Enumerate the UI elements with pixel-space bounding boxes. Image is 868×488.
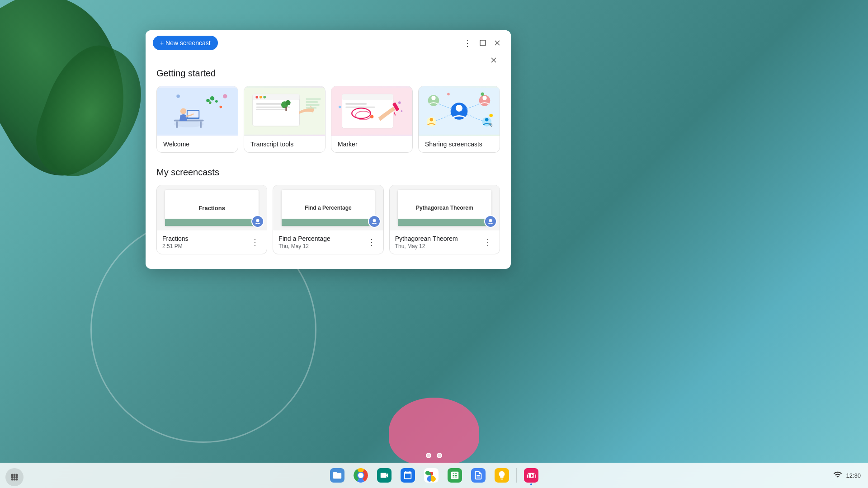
svg-point-44 — [370, 115, 374, 118]
taskbar-keep[interactable] — [491, 465, 513, 486]
find-percentage-slide-title: Find a Percentage — [303, 203, 353, 213]
system-tray: 12:30 — [826, 463, 868, 488]
svg-point-13 — [206, 99, 210, 103]
svg-point-19 — [223, 94, 227, 98]
fractions-title: Fractions — [162, 235, 189, 242]
svg-point-75 — [11, 479, 14, 481]
taskbar-screencast[interactable] — [520, 465, 542, 486]
svg-point-25 — [263, 96, 266, 99]
welcome-label: Welcome — [157, 136, 238, 152]
find-percentage-info: Find a Percentage Thu, May 12 ⋮ — [273, 230, 383, 254]
svg-rect-40 — [345, 107, 375, 108]
marker-card[interactable]: Marker — [331, 86, 413, 153]
svg-point-73 — [14, 476, 16, 479]
fractions-menu-button[interactable]: ⋮ — [249, 236, 261, 249]
maximize-button[interactable] — [476, 37, 489, 49]
find-percentage-thumbnail: Find a Percentage — [273, 185, 383, 230]
svg-rect-34 — [306, 104, 320, 106]
pythagorean-avatar — [484, 215, 497, 228]
svg-point-68 — [489, 219, 492, 222]
more-menu-button[interactable]: ⋮ — [460, 36, 475, 50]
svg-point-69 — [11, 474, 14, 476]
pythagorean-slide: Pythagorean Theorem — [398, 190, 491, 226]
sharing-screencasts-label: Sharing screencasts — [419, 136, 500, 152]
taskbar-sheets[interactable] — [444, 465, 466, 486]
system-time[interactable]: 12:30 — [846, 472, 861, 479]
svg-rect-35 — [306, 108, 317, 109]
sharing-screencasts-card[interactable]: Sharing screencasts — [418, 86, 500, 153]
taskbar-docs[interactable] — [467, 465, 489, 486]
svg-rect-39 — [345, 103, 367, 105]
pythagorean-text-block: Pythagorean Theorem Thu, May 12 — [395, 235, 458, 249]
marker-thumbnail — [331, 86, 412, 136]
dismiss-getting-started-button[interactable] — [487, 54, 500, 66]
bottom-dots-indicator — [426, 453, 442, 458]
svg-point-45 — [398, 101, 401, 104]
transcript-thumbnail — [244, 86, 325, 136]
taskbar-divider — [516, 468, 517, 483]
svg-rect-9 — [200, 122, 202, 128]
svg-point-56 — [429, 118, 433, 122]
window-content: Getting started — [146, 54, 511, 269]
taskbar-photos[interactable] — [420, 465, 442, 486]
getting-started-cards: Welcome — [156, 86, 500, 153]
taskbar-meet[interactable] — [373, 465, 395, 486]
sharing-thumbnail — [419, 86, 500, 136]
svg-point-16 — [209, 101, 212, 104]
pythagorean-theorem-screencast-card[interactable]: Pythagorean Theorem Pythagorean Theorem … — [389, 185, 500, 254]
svg-rect-32 — [306, 99, 321, 100]
svg-point-65 — [489, 114, 493, 117]
new-screencast-button[interactable]: + New screencast — [153, 36, 218, 50]
meet-icon — [377, 468, 392, 483]
sheets-icon — [448, 468, 462, 483]
svg-point-66 — [256, 219, 259, 222]
transcript-tools-card[interactable]: Transcript tools — [244, 86, 326, 153]
close-button[interactable] — [491, 37, 504, 49]
svg-rect-0 — [480, 40, 486, 46]
find-percentage-title: Find a Percentage — [278, 235, 330, 242]
svg-point-52 — [431, 96, 435, 100]
svg-point-30 — [285, 100, 290, 105]
window-controls: ⋮ — [460, 36, 504, 50]
svg-point-17 — [219, 106, 222, 108]
my-screencasts-title: My screencasts — [156, 167, 500, 178]
pythagorean-slide-title: Pythagorean Theorem — [414, 203, 475, 213]
fractions-screencast-card[interactable]: Fractions Fractions 2:51 PM — [156, 185, 267, 254]
fractions-slide: Fractions — [165, 190, 259, 226]
svg-point-46 — [401, 110, 403, 112]
fractions-slide-title: Fractions — [198, 205, 225, 211]
svg-point-63 — [481, 93, 485, 96]
chrome-icon — [354, 468, 368, 483]
svg-point-18 — [176, 94, 180, 98]
taskbar-calendar[interactable] — [397, 465, 419, 486]
pythagorean-menu-button[interactable]: ⋮ — [481, 236, 494, 249]
taskbar: 12:30 — [0, 463, 868, 488]
dot-1 — [426, 453, 431, 458]
find-percentage-screencast-card[interactable]: Find a Percentage Find a Percentage Thu,… — [273, 185, 383, 254]
fractions-thumbnail: Fractions — [157, 185, 267, 230]
my-screencasts-grid: Fractions Fractions 2:51 PM — [156, 185, 500, 254]
taskbar-chrome[interactable] — [350, 465, 372, 486]
svg-point-71 — [16, 474, 18, 476]
svg-point-15 — [215, 100, 218, 103]
fractions-meta: 2:51 PM — [162, 243, 189, 249]
pythagorean-slide-footer — [398, 219, 491, 226]
find-percentage-menu-button[interactable]: ⋮ — [365, 236, 378, 249]
svg-rect-31 — [285, 107, 287, 111]
launcher-button[interactable] — [5, 468, 24, 486]
svg-rect-26 — [256, 103, 282, 105]
fractions-slide-footer — [165, 219, 259, 226]
fractions-text-block: Fractions 2:51 PM — [162, 235, 189, 249]
fractions-info: Fractions 2:51 PM ⋮ — [157, 230, 267, 254]
calendar-icon — [401, 468, 415, 483]
svg-point-24 — [259, 96, 262, 99]
photos-icon — [424, 468, 439, 483]
svg-point-64 — [447, 93, 450, 95]
window-titlebar: + New screencast ⋮ — [146, 30, 511, 54]
welcome-card[interactable]: Welcome — [156, 86, 238, 153]
welcome-thumbnail — [157, 86, 238, 136]
pythagorean-info: Pythagorean Theorem Thu, May 12 ⋮ — [390, 230, 500, 254]
taskbar-files[interactable] — [326, 465, 348, 486]
wifi-icon[interactable] — [833, 470, 842, 481]
find-percentage-meta: Thu, May 12 — [278, 243, 330, 249]
